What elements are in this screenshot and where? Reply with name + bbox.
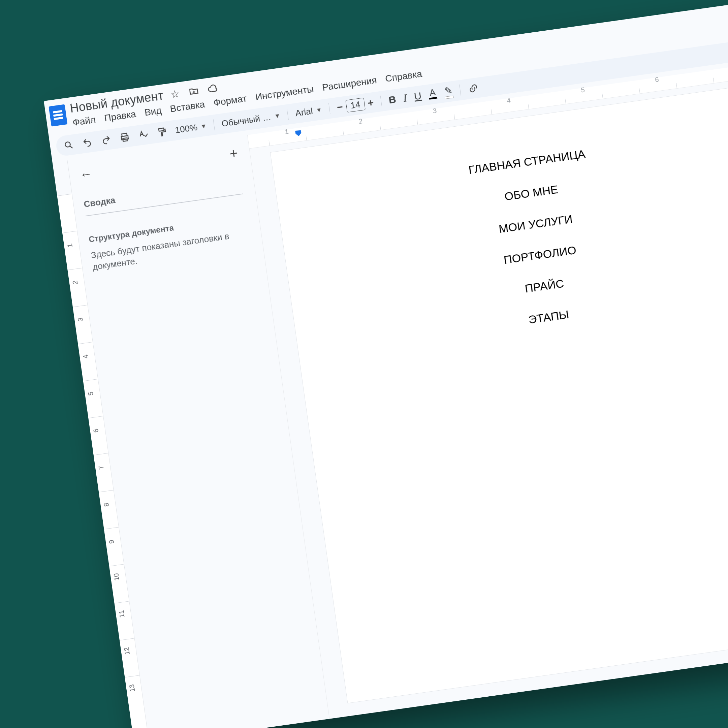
underline-button[interactable]: U (413, 90, 422, 102)
zoom-value: 100% (174, 122, 198, 135)
highlight-color-button[interactable]: ✎ (443, 84, 453, 99)
paragraph-style-select[interactable]: Обычный … ▼ (221, 110, 281, 129)
docs-logo-icon[interactable] (49, 104, 67, 126)
menu-edit[interactable]: Правка (104, 109, 137, 124)
separator (329, 103, 330, 114)
svg-rect-4 (159, 128, 164, 132)
separator (380, 96, 382, 107)
font-size-decrease[interactable]: − (336, 101, 344, 113)
font-value: Arial (294, 106, 313, 119)
font-size-input[interactable]: 14 (345, 97, 366, 112)
ruler-right-numbers: 8· 9· 10 (726, 42, 728, 57)
outline-back-icon[interactable]: ← (79, 166, 94, 182)
document-page[interactable]: ГЛАВНАЯ СТРАНИЦА ОБО МНЕ МОИ УСЛУГИ ПОРТ… (271, 82, 728, 703)
chevron-down-icon: ▼ (316, 106, 323, 114)
search-icon[interactable] (62, 139, 75, 151)
menu-file[interactable]: Файл (72, 114, 97, 128)
paragraph-style-value: Обычный … (221, 112, 272, 129)
workspace: 12345678910111213 ← + Сводка Структура д… (52, 59, 728, 728)
svg-point-0 (65, 141, 71, 147)
star-icon[interactable]: ☆ (168, 87, 181, 100)
chevron-down-icon: ▼ (200, 122, 207, 130)
outline-summary-heading[interactable]: Сводка (83, 177, 243, 216)
insert-link-icon[interactable] (467, 82, 480, 95)
zoom-select[interactable]: 100% ▼ (174, 121, 208, 135)
bold-button[interactable]: B (388, 94, 396, 106)
redo-icon[interactable] (100, 133, 113, 146)
font-select[interactable]: Arial ▼ (294, 104, 323, 119)
print-icon[interactable] (118, 131, 131, 144)
menu-insert[interactable]: Вставка (170, 99, 206, 115)
separator (213, 119, 215, 130)
font-size-increase[interactable]: + (367, 97, 374, 109)
google-docs-window: Новый документ ☆ Файл Правка Вид Вставка… (44, 0, 728, 728)
paint-format-icon[interactable] (156, 125, 168, 138)
separator (287, 109, 289, 120)
cloud-status-icon[interactable] (206, 82, 219, 95)
outline-add-icon[interactable]: + (229, 145, 239, 162)
editor-canvas: 1234567 ГЛАВНАЯ СТРАНИЦА ОБО МНЕ МОИ УСЛ… (248, 59, 728, 719)
undo-icon[interactable] (81, 136, 94, 149)
chevron-down-icon: ▼ (274, 112, 281, 119)
spellcheck-icon[interactable] (137, 128, 150, 141)
text-color-button[interactable]: A (428, 89, 437, 100)
menu-help[interactable]: Справка (385, 68, 423, 84)
italic-button[interactable]: I (402, 92, 408, 104)
move-folder-icon[interactable] (187, 85, 200, 98)
menu-view[interactable]: Вид (144, 105, 162, 118)
menu-format[interactable]: Формат (213, 93, 248, 109)
separator (459, 84, 461, 96)
